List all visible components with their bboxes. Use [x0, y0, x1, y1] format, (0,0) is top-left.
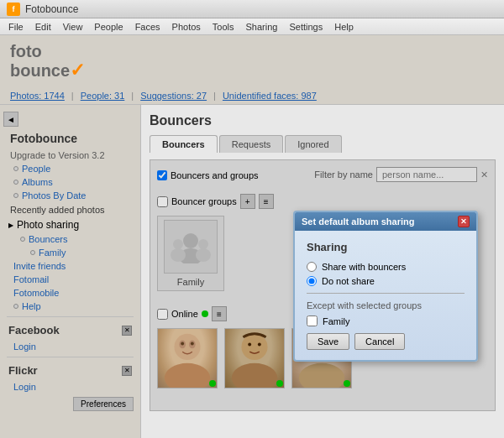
radio-noshare-label: Do not share: [322, 276, 375, 286]
sidebar-family-label: Family: [39, 248, 66, 258]
sidebar-item-family[interactable]: Family: [0, 246, 140, 259]
bullet-icon: [30, 250, 35, 255]
tab-content: Bouncers and groups Filter by name ✕ Bou…: [150, 159, 496, 411]
except-label: Except with selected groups: [307, 300, 465, 310]
sidebar-item-photos-by-date[interactable]: Photos By Date: [0, 189, 140, 202]
radio-share-label: Share with bouncers: [322, 262, 406, 272]
except-family-checkbox[interactable]: [307, 315, 318, 326]
facebook-close-button[interactable]: ✕: [122, 326, 132, 336]
sidebar-item-albums[interactable]: Albums: [0, 175, 140, 189]
flickr-title: Flickr: [8, 364, 38, 377]
facebook-login-label: Login: [13, 342, 36, 352]
modal-buttons: Save Cancel: [307, 333, 465, 350]
bullet-icon: [20, 237, 25, 242]
menu-bar: File Edit View People Faces Photos Tools…: [0, 18, 504, 35]
sidebar-item-bouncers[interactable]: Bouncers: [0, 232, 140, 246]
sidebar-flickr-section: Flickr ✕: [0, 361, 140, 380]
modal-overlay: Set default album sharing ✕ Sharing Shar…: [150, 160, 495, 410]
preferences-label: Preferences: [81, 399, 126, 409]
app-icon: f: [7, 3, 20, 16]
sidebar-invite-label: Invite friends: [13, 261, 66, 271]
sidebar-people-label: People: [22, 164, 50, 174]
logo: foto bounce✓: [10, 42, 85, 81]
sidebar-item-invite-friends[interactable]: Invite friends: [0, 259, 140, 273]
sidebar-photo-sharing-label: Photo sharing: [17, 219, 79, 231]
tab-bouncers[interactable]: Bouncers: [150, 135, 218, 153]
facebook-title: Facebook: [8, 324, 60, 336]
nav-tab-people[interactable]: People: 31: [81, 91, 125, 101]
sidebar-item-fotomobile[interactable]: Fotomobile: [0, 286, 140, 300]
sidebar-collapse-button[interactable]: ◄: [3, 112, 18, 127]
menu-view[interactable]: View: [58, 20, 88, 34]
radio-do-not-share[interactable]: [307, 276, 317, 286]
menu-people[interactable]: People: [89, 20, 128, 34]
except-family-label: Family: [323, 316, 349, 326]
sidebar-fotomobile-label: Fotomobile: [13, 288, 59, 298]
tab-ignored[interactable]: Ignored: [285, 135, 341, 153]
bullet-icon: [13, 166, 18, 171]
logo-check-icon: ✓: [70, 60, 85, 81]
save-button[interactable]: Save: [307, 333, 349, 350]
modal-title: Set default album sharing: [302, 216, 414, 227]
sidebar-divider1: [7, 316, 134, 317]
bullet-icon: [13, 304, 18, 309]
sidebar-fotomail-label: Fotomail: [13, 274, 49, 284]
logo-line2: bounce: [10, 61, 70, 80]
menu-edit[interactable]: Edit: [30, 20, 56, 34]
content-area: Bouncers Bouncers Requests Ignored Bounc…: [141, 105, 504, 438]
sidebar-photo-sharing-header[interactable]: ▶ Photo sharing: [0, 217, 140, 232]
title-bar: f Fotobounce: [0, 0, 504, 18]
sidebar-facebook-section: Facebook ✕: [0, 321, 140, 340]
main-layout: ◄ Fotobounce Upgrade to Version 3.2 Peop…: [0, 105, 504, 438]
sidebar-item-flickr-login[interactable]: Login: [0, 380, 140, 394]
app-container: foto bounce✓ Photos: 1744 | People: 31 |…: [0, 35, 504, 438]
menu-tools[interactable]: Tools: [207, 20, 239, 34]
sidebar-upgrade[interactable]: Upgrade to Version 3.2: [0, 149, 140, 162]
radio-noshare: Do not share: [307, 276, 465, 286]
cancel-button[interactable]: Cancel: [354, 333, 405, 350]
sidebar-item-help[interactable]: Help: [0, 300, 140, 313]
nav-tab-suggestions[interactable]: Suggestions: 27: [140, 91, 207, 101]
nav-tabs: Photos: 1744 | People: 31 | Suggestions:…: [0, 87, 504, 105]
logo-line1: foto: [10, 42, 42, 60]
tab-requests[interactable]: Requests: [219, 135, 283, 153]
sidebar-help-label: Help: [22, 301, 41, 311]
modal-body: Sharing Share with bouncers Do not share…: [295, 231, 476, 360]
flickr-close-button[interactable]: ✕: [122, 366, 132, 376]
nav-tab-photos[interactable]: Photos: 1744: [10, 91, 65, 101]
page-title: Bouncers: [150, 113, 496, 128]
sidebar-title: Fotobounce: [0, 128, 140, 149]
sidebar-divider2: [7, 357, 134, 357]
modal-titlebar: Set default album sharing ✕: [295, 212, 476, 231]
radio-share-bouncers[interactable]: [307, 262, 317, 272]
sidebar-recently-added: Recently added photos: [0, 202, 140, 217]
menu-help[interactable]: Help: [329, 20, 359, 34]
modal-sharing-label: Sharing: [307, 241, 465, 253]
menu-faces[interactable]: Faces: [130, 20, 165, 34]
sidebar-item-fotomail[interactable]: Fotomail: [0, 273, 140, 286]
logo-area: foto bounce✓: [0, 35, 504, 87]
window-title: Fotobounce: [25, 3, 78, 15]
modal-close-button[interactable]: ✕: [458, 216, 470, 227]
menu-photos[interactable]: Photos: [167, 20, 206, 34]
menu-file[interactable]: File: [3, 20, 29, 34]
flickr-login-label: Login: [13, 382, 36, 392]
sidebar-albums-label: Albums: [22, 177, 53, 187]
tab-bar: Bouncers Requests Ignored: [150, 135, 496, 153]
sidebar-item-facebook-login[interactable]: Login: [0, 340, 140, 353]
nav-tab-unidentified[interactable]: Unidentified faces: 987: [223, 91, 317, 101]
menu-settings[interactable]: Settings: [284, 20, 328, 34]
bullet-icon: [13, 180, 18, 185]
bullet-icon: [13, 193, 18, 198]
sidebar-bouncers-label: Bouncers: [29, 234, 67, 244]
menu-sharing[interactable]: Sharing: [241, 20, 283, 34]
except-family-row: Family: [307, 315, 465, 326]
sidebar-photos-by-date-label: Photos By Date: [22, 190, 86, 201]
modal-separator: [307, 293, 465, 294]
expand-icon: ▶: [8, 222, 13, 229]
preferences-button[interactable]: Preferences: [73, 397, 134, 411]
sidebar-item-people[interactable]: People: [0, 162, 140, 175]
radio-share: Share with bouncers: [307, 262, 465, 272]
sharing-modal: Set default album sharing ✕ Sharing Shar…: [293, 211, 478, 362]
sidebar: ◄ Fotobounce Upgrade to Version 3.2 Peop…: [0, 105, 141, 438]
